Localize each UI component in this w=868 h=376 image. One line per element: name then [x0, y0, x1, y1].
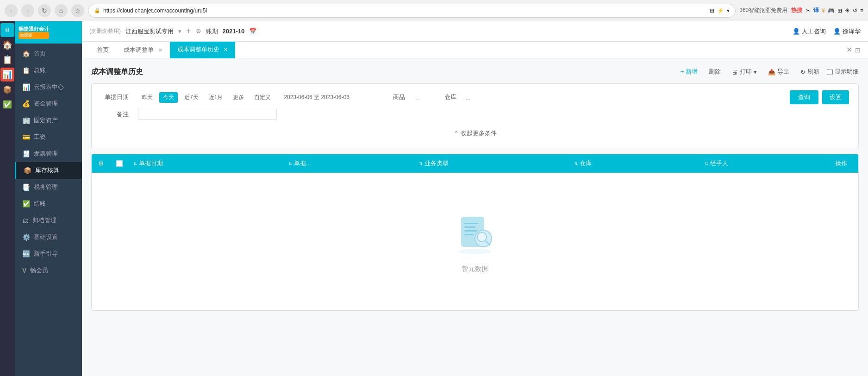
tab-cost-adjust-close[interactable]: ✕ [158, 47, 162, 53]
forward-button[interactable]: › [21, 4, 34, 17]
sidebar-item-funds[interactable]: 💰 资金管理 [15, 95, 82, 112]
th-warehouse[interactable]: ⇅ 仓库 [569, 159, 700, 168]
th-operator[interactable]: ⇅ 经手人 [700, 159, 831, 168]
bookmark-button[interactable]: ☆ [71, 4, 84, 17]
empty-state: 暂元数据 [92, 173, 858, 310]
refresh-button[interactable]: ↻ 刷新 [797, 66, 823, 78]
invoice-nav-icon: 🧾 [22, 150, 30, 157]
goods-dots[interactable]: ... [414, 94, 419, 101]
menu-icon[interactable]: ≡ [860, 7, 863, 14]
brightness-icon[interactable]: ☀ [845, 7, 850, 14]
url-bar[interactable]: 🔒 https://cloud.chanjet.com/accounting/u… [88, 4, 736, 18]
settings-nav-icon: ⚙️ [22, 233, 30, 241]
add-button[interactable]: + 新增 [677, 66, 701, 78]
reload-button[interactable]: ↻ [38, 4, 51, 17]
sidebar-item-payroll-label: 工资 [34, 133, 46, 141]
date-7days[interactable]: 近7天 [181, 92, 202, 103]
sidebar-item-payroll[interactable]: 💳 工资 [15, 129, 82, 145]
collapse-button[interactable]: ⌃ 收起更多条件 [454, 129, 497, 138]
tab-cost-history[interactable]: 成本调整单历史 ✕ [170, 42, 236, 58]
icon-sidebar: 财 🏠 📋 📊 📦 ✅ [0, 21, 15, 376]
sidebar-item-assets-label: 固定资产 [34, 116, 58, 125]
translate-icon[interactable]: 译 [813, 6, 819, 14]
filter-row-remark: 备注 [101, 109, 849, 120]
date-more[interactable]: 更多 [229, 92, 248, 103]
header-checkbox[interactable] [116, 160, 123, 167]
chevron-down-icon: ▾ [727, 7, 730, 14]
expand-icon[interactable]: ⊡ [855, 46, 861, 54]
scissors-icon[interactable]: ✂ [806, 7, 811, 14]
tab-cost-history-close[interactable]: ✕ [224, 47, 228, 52]
display-toggle[interactable]: 显示明细 [827, 68, 859, 76]
date-custom[interactable]: 自定义 [250, 92, 275, 103]
export-button[interactable]: 📤 导出 [764, 66, 793, 78]
empty-illustration [452, 210, 498, 257]
period-value: 2021-10 [223, 28, 245, 35]
th-settings-icon[interactable]: ⚙ [92, 160, 110, 167]
apps-icon[interactable]: ⊞ [837, 7, 842, 14]
payroll-nav-icon: 💳 [22, 133, 30, 141]
sidebar-item-invoice[interactable]: 🧾 发票管理 [15, 145, 82, 162]
logo-text: 畅捷通好会计 [19, 26, 49, 32]
home-button[interactable]: ⌂ [55, 4, 68, 17]
sidebar-item-ledger[interactable]: 📋 总账 [15, 62, 82, 79]
print-button[interactable]: 🖨 打印 ▾ [728, 66, 761, 78]
sort-icon-5: ⇅ [705, 161, 708, 166]
sidebar-item-settings[interactable]: ⚙️ 基础设置 [15, 229, 82, 245]
display-checkbox[interactable] [827, 69, 833, 75]
service-button[interactable]: 👤 人工咨询 [793, 27, 826, 36]
delete-button[interactable]: 删除 [705, 66, 724, 78]
th-type-label: 业务类型 [425, 159, 449, 168]
sidebar-item-ledger-label: 总账 [34, 66, 46, 75]
calendar-icon[interactable]: 📅 [249, 28, 256, 35]
empty-text: 暂元数据 [462, 265, 488, 273]
sidebar-item-settings-label: 基础设置 [34, 233, 58, 241]
currency-icon[interactable]: ¥ [822, 7, 825, 14]
tab-home[interactable]: 首页 [89, 42, 116, 58]
export-icon: 📤 [768, 69, 775, 75]
tab-cost-adjust[interactable]: 成本调整单 ✕ [116, 42, 170, 58]
settings-company-icon[interactable]: ⚙ [196, 28, 201, 35]
sidebar-item-vip[interactable]: V 畅会员 [15, 262, 82, 279]
sidebar-item-guide[interactable]: 🆕 新手引导 [15, 245, 82, 262]
remark-input[interactable] [138, 109, 277, 120]
dropdown-icon[interactable]: ▾ [178, 28, 181, 35]
sidebar-item-guide-label: 新手引导 [34, 250, 58, 258]
sidebar-item-tax[interactable]: 📑 税务管理 [15, 179, 82, 195]
date-today[interactable]: 今天 [159, 92, 178, 103]
closing-nav-icon: ✅ [22, 200, 30, 207]
th-warehouse-label: 仓库 [580, 159, 592, 168]
page-title: 成本调整单历史 [91, 67, 143, 77]
assets-nav-icon: 🏢 [22, 117, 30, 124]
date-1month[interactable]: 近1月 [205, 92, 227, 103]
warehouse-dots[interactable]: ... [466, 94, 471, 101]
th-num[interactable]: ⇅ 单据... [284, 159, 414, 168]
date-yesterday[interactable]: 昨天 [138, 92, 156, 103]
query-button[interactable]: 查询 [790, 90, 818, 104]
user-icon: 👤 [833, 28, 841, 35]
close-all-icon[interactable]: ✕ [846, 45, 852, 54]
user-profile[interactable]: 👤 徐译华 [833, 27, 861, 36]
sidebar-item-archive-label: 归档管理 [32, 216, 56, 225]
game-icon[interactable]: 🎮 [828, 7, 835, 14]
undo-icon[interactable]: ↺ [853, 7, 857, 14]
th-checkbox[interactable] [110, 160, 129, 167]
th-date[interactable]: ⇅ 单据日期 [129, 159, 284, 168]
sidebar-item-assets[interactable]: 🏢 固定资产 [15, 112, 82, 129]
svg-rect-3 [464, 226, 475, 228]
sidebar-item-reports[interactable]: 📊 云报表中心 [15, 79, 82, 95]
svg-point-0 [459, 249, 491, 254]
add-company-button[interactable]: + [186, 26, 191, 36]
sidebar-item-home[interactable]: 🏠 首页 [15, 45, 82, 62]
warning-text: (勿删勿禁用) [89, 27, 121, 35]
company-name: 江西服宝测试专用 [125, 27, 174, 36]
grid-icon: ⊞ [710, 7, 714, 14]
sidebar-item-archive[interactable]: 🗂 归档管理 [15, 212, 82, 229]
sort-icon-3: ⇅ [419, 161, 423, 166]
th-type[interactable]: ⇅ 业务类型 [414, 159, 569, 168]
sidebar-item-closing[interactable]: ✅ 结账 [15, 195, 82, 212]
back-button[interactable]: ‹ [5, 4, 18, 17]
sidebar-item-reports-label: 云报表中心 [34, 83, 64, 91]
sidebar-item-inventory[interactable]: 📦 库存核算 [15, 162, 82, 179]
setting-button[interactable]: 设置 [822, 90, 849, 104]
